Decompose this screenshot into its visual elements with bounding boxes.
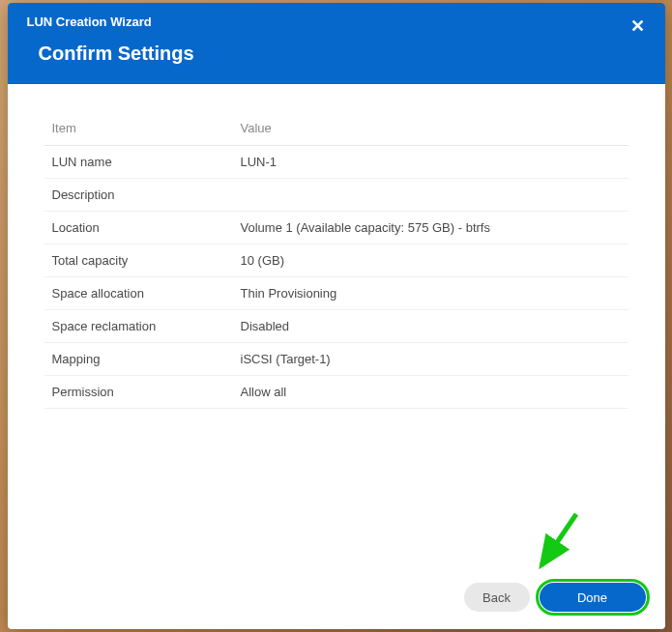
close-button[interactable]: ✕ — [627, 14, 650, 38]
row-value: LUN-1 — [233, 146, 628, 179]
row-item: Mapping — [44, 343, 233, 376]
wizard-title: LUN Creation Wizard — [27, 14, 646, 29]
row-value: 10 (GB) — [233, 244, 628, 277]
row-item: Space reclamation — [44, 310, 233, 343]
row-value — [233, 179, 628, 212]
table-header-row: Item Value — [44, 111, 628, 146]
row-item: Location — [44, 212, 233, 244]
row-item: LUN name — [44, 146, 233, 179]
table-row: Space reclamation Disabled — [44, 310, 628, 343]
table-row: Mapping iSCSI (Target-1) — [44, 343, 628, 376]
row-item: Space allocation — [44, 277, 233, 310]
row-item: Total capacity — [44, 244, 233, 277]
row-value: Thin Provisioning — [233, 277, 628, 310]
table-row: Description — [44, 179, 628, 212]
row-item: Description — [44, 179, 233, 212]
wizard-subtitle: Confirm Settings — [27, 43, 646, 65]
table-row: Space allocation Thin Provisioning — [44, 277, 628, 310]
table-row: Total capacity 10 (GB) — [44, 244, 628, 277]
wizard-content: Item Value LUN name LUN-1 Description Lo… — [8, 84, 665, 569]
table-row: LUN name LUN-1 — [44, 146, 628, 179]
table-row: Location Volume 1 (Available capacity: 5… — [44, 212, 628, 244]
wizard-header: LUN Creation Wizard Confirm Settings ✕ — [8, 3, 665, 84]
lun-creation-wizard: LUN Creation Wizard Confirm Settings ✕ I… — [8, 3, 665, 629]
row-value: iSCSI (Target-1) — [233, 343, 628, 376]
close-icon: ✕ — [630, 15, 645, 37]
table-body: LUN name LUN-1 Description Location Volu… — [44, 146, 628, 409]
done-button[interactable]: Done — [540, 583, 646, 612]
back-button[interactable]: Back — [464, 583, 530, 612]
row-item: Permission — [44, 376, 233, 409]
column-header-value: Value — [233, 111, 628, 146]
wizard-footer: Back Done — [8, 569, 665, 629]
row-value: Disabled — [233, 310, 628, 343]
column-header-item: Item — [44, 111, 233, 146]
row-value: Allow all — [233, 376, 628, 409]
row-value: Volume 1 (Available capacity: 575 GB) - … — [233, 212, 628, 244]
table-row: Permission Allow all — [44, 376, 628, 409]
settings-table: Item Value LUN name LUN-1 Description Lo… — [44, 111, 628, 409]
